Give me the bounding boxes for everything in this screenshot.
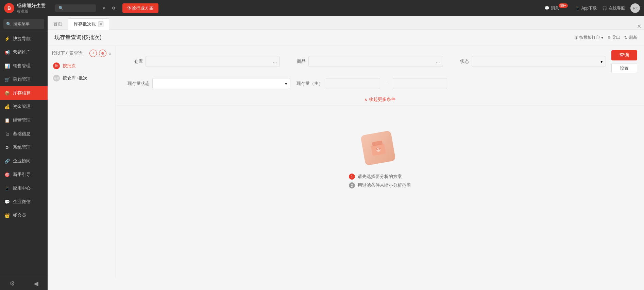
collapse-icon: ◀	[34, 280, 38, 287]
product-input[interactable]: ...	[308, 56, 443, 67]
quick-nav-icon: ⚡	[4, 36, 10, 42]
top-bar-right: 💬 消息 99+ 📱 App下载 🎧 在线客服 Rit	[544, 3, 640, 13]
tip-num-1: 1	[349, 174, 355, 180]
warehouse-filter-group: 仓库 ...	[122, 56, 280, 67]
sidebar-item-guide[interactable]: 🎯 新手引导	[0, 168, 48, 181]
tab-bar: 首页 库存批次账 ✕ ✕	[48, 16, 644, 30]
close-panel-btn[interactable]: ✕	[634, 23, 644, 30]
tab-close-btn[interactable]: ✕	[99, 21, 103, 27]
empty-tip-1: 1 请先选择要分析的方案	[349, 174, 411, 180]
print-btn[interactable]: 🖨 按模板打印 ▾	[574, 35, 603, 40]
range-separator: —	[384, 81, 389, 86]
chevron-up-icon: ∧	[364, 97, 368, 102]
avatar: Rit	[630, 3, 640, 13]
member-icon: 👑	[4, 212, 10, 218]
product-dots-btn[interactable]: ...	[436, 59, 440, 64]
message-badge: 99+	[559, 3, 568, 8]
header-actions: 🖨 按模板打印 ▾ ⬆ 导出 ↻ 刷新	[574, 35, 637, 40]
sidebar-item-enterprise[interactable]: 🔗 企业协同	[0, 154, 48, 168]
sidebar-item-purchase[interactable]: 🛒 采购管理	[0, 73, 48, 86]
scheme-gear-btn[interactable]: ⚙	[99, 50, 106, 57]
sidebar-item-wechat[interactable]: 💬 企业微信	[0, 195, 48, 209]
sidebar-search-btn[interactable]: 🔍 搜索菜单	[3, 19, 44, 29]
scheme-by-batch[interactable]: 批 按批次	[48, 60, 115, 72]
sidebar-item-operations[interactable]: 📋 经营管理	[0, 113, 48, 127]
stock-status-select[interactable]: ▾	[152, 78, 290, 89]
stock-qty-min-input[interactable]	[326, 78, 380, 89]
empty-tips: 1 请先选择要分析的方案 2 用过滤条件来缩小分析范围	[349, 174, 411, 188]
search-icon: 🔍	[58, 6, 64, 11]
refresh-btn[interactable]: ↻ 刷新	[624, 35, 637, 40]
nav-dropdown-icon[interactable]: ▾	[103, 5, 105, 11]
nav-search-box[interactable]: 🔍	[55, 4, 96, 12]
app-download-btn[interactable]: 📱 App下载	[575, 5, 597, 11]
sidebar-item-system[interactable]: ⚙ 系统管理	[0, 141, 48, 154]
sidebar-item-member[interactable]: 👑 畅会员	[0, 209, 48, 222]
content-area: 首页 库存批次账 ✕ ✕ 现存量查询(按批次) 🖨 按模板打印 ▾	[48, 16, 644, 290]
sidebar-item-basics[interactable]: 🗂 基础信息	[0, 127, 48, 141]
sidebar-collapse-btn[interactable]: ◀	[34, 280, 38, 287]
sidebar-menu: ⚡ 快捷导航 📢 营销推广 📊 销售管理 🛒 采购管理 📦 库存核算	[0, 32, 48, 277]
basics-icon: 🗂	[4, 131, 10, 137]
filter-row-2: 现存量状态 ▾ 现存量（主）	[122, 78, 637, 89]
sidebar-item-sales[interactable]: 📊 销售管理	[0, 59, 48, 73]
sales-icon: 📊	[4, 63, 10, 69]
refresh-icon: ↻	[624, 35, 628, 40]
enterprise-icon: 🔗	[4, 158, 10, 164]
sidebar-item-inventory[interactable]: 📦 库存核算	[0, 86, 48, 100]
settings-icon: ⚙	[10, 280, 15, 287]
filter-sidebar-actions: + ⚙ «	[89, 50, 111, 57]
sidebar-item-apps[interactable]: 📱 应用中心	[0, 181, 48, 195]
purchase-icon: 🛒	[4, 76, 10, 83]
add-scheme-btn[interactable]: +	[89, 50, 97, 57]
status-filter-group: 状态 ▾	[448, 56, 606, 67]
experience-btn[interactable]: 体验行业方案	[122, 3, 158, 13]
product-filter-group: 商品 ...	[285, 56, 443, 67]
system-icon: ⚙	[4, 144, 10, 150]
sidebar-item-finance[interactable]: 💰 资金管理	[0, 100, 48, 113]
filter-collapse-btn[interactable]: «	[108, 50, 111, 57]
stock-qty-filter-group: 现存量（主） —	[296, 78, 464, 89]
scheme-by-warehouse-batch[interactable]: 仓批 按仓库+批次	[48, 72, 115, 84]
sidebar-search: 🔍 搜索菜单	[0, 16, 48, 32]
export-btn[interactable]: ⬆ 导出	[607, 35, 620, 40]
filter-row-1: 仓库 ... 商品 ...	[122, 50, 637, 73]
tab-home[interactable]: 首页	[48, 18, 68, 30]
status-chevron-icon: ▾	[600, 59, 603, 64]
empty-tip-2: 2 用过滤条件来缩小分析范围	[349, 182, 411, 188]
query-btn[interactable]: 查询	[611, 50, 637, 60]
marketing-icon: 📢	[4, 49, 10, 55]
messages-btn[interactable]: 💬 消息 99+	[544, 5, 570, 11]
collapse-more-btn[interactable]: ∧ 收起更多条件	[122, 94, 637, 105]
filter-form: 仓库 ... 商品 ...	[116, 46, 644, 106]
search-icon: 🔍	[6, 22, 11, 26]
tab-inventory-batch[interactable]: 库存批次账 ✕	[68, 18, 109, 30]
warehouse-dots-btn[interactable]: ...	[273, 59, 277, 64]
settings-btn[interactable]: 设置	[611, 63, 637, 73]
inventory-icon: 📦	[4, 90, 10, 96]
sidebar-bottom: ⚙ ◀	[0, 277, 48, 290]
phone-icon: 📱	[575, 6, 580, 11]
user-area[interactable]: Rit	[630, 3, 640, 13]
status-select[interactable]: ▾	[472, 56, 606, 67]
online-service-btn[interactable]: 🎧 在线客服	[602, 5, 625, 11]
sidebar-item-marketing[interactable]: 📢 营销推广	[0, 46, 48, 59]
sidebar-settings-btn[interactable]: ⚙	[10, 280, 15, 287]
status-label: 状态	[448, 58, 469, 65]
stock-status-filter-group: 现存量状态 ▾	[122, 78, 290, 89]
message-icon: 💬	[544, 6, 549, 11]
finance-icon: 💰	[4, 104, 10, 110]
top-bar: B 畅康通好生意 标准版 🔍 ▾ ⚙ 体验行业方案 💬 消息	[0, 0, 644, 16]
product-label: 商品	[285, 58, 306, 65]
nav-area: 🔍 ▾ ⚙ 体验行业方案	[48, 3, 158, 13]
tip-num-2: 2	[349, 182, 355, 188]
sidebar-item-quick-nav[interactable]: ⚡ 快捷导航	[0, 32, 48, 46]
page-title: 现存量查询(按批次)	[54, 34, 102, 41]
brand-text: 畅康通好生意 标准版	[17, 3, 46, 14]
dropdown-icon: ▾	[601, 35, 603, 40]
stock-qty-max-input[interactable]	[393, 78, 447, 89]
gear-nav-btn[interactable]: ⚙	[112, 6, 116, 11]
warehouse-input[interactable]: ...	[146, 56, 280, 67]
scheme-warehouse-batch-icon: 仓批	[53, 75, 60, 81]
filter-right-area: 仓库 ... 商品 ...	[116, 46, 644, 278]
